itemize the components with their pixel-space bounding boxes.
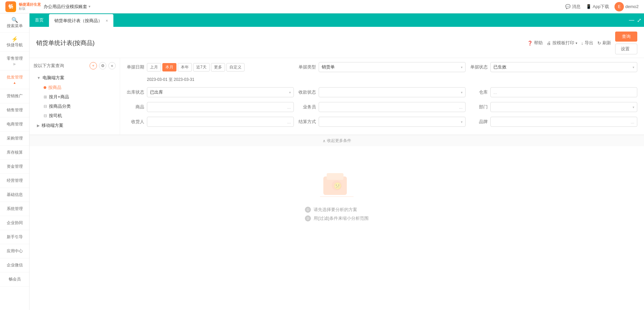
sidebar-item-wechat[interactable]: 企业微信	[0, 258, 29, 272]
doc-status-caret-icon: ▾	[633, 65, 634, 69]
sidebar-item-operations-label: 经营管理	[3, 178, 26, 184]
sidebar-item-purchase[interactable]: 采购管理	[0, 132, 29, 146]
expand-icon: ▼	[37, 76, 41, 80]
sidebar-item-basicinfo[interactable]: 基础信息	[0, 188, 29, 202]
collapse-label: 收起更多条件	[327, 138, 351, 144]
sidebar-item-inventory[interactable]: 库存核算	[0, 146, 29, 160]
date-prev-month-btn[interactable]: 上月	[147, 63, 161, 71]
collapse-panel-button[interactable]: «	[108, 62, 116, 69]
date-curr-year-btn[interactable]: 本年	[178, 63, 192, 71]
date-more-btn[interactable]: 更多	[211, 63, 225, 71]
scheme-item-by-driver[interactable]: ⊟ 按司机	[34, 111, 116, 120]
sidebar-item-appcenter-label: 应用中心	[3, 248, 26, 254]
date-range-value: 2023-03-01 至 2023-03-31	[147, 77, 194, 83]
collapse-bar[interactable]: ∧ 收起更多条件	[30, 135, 644, 146]
setting-scheme-button[interactable]: ⚙	[99, 62, 106, 69]
refresh-icon: ↻	[597, 41, 601, 46]
tip-1-text: 请先选择要分析的方案	[314, 207, 357, 213]
sidebar-item-appcenter[interactable]: 应用中心	[0, 244, 29, 258]
filter-cell-payment-status: 收款状态 ▾	[299, 87, 466, 97]
sidebar-item-wholesale-label: 批发管理	[3, 74, 26, 80]
scheme-tree: ▼ 电脑端方案 按商品 ⊞ 按月+商品 ⊟ 按	[34, 73, 116, 131]
sidebar-item-enterprise-label: 企业协同	[3, 220, 26, 226]
out-status-value: 已出库	[150, 89, 163, 95]
date-curr-month-btn[interactable]: 本月	[162, 63, 176, 71]
main-layout: 🔍 搜索菜单 ⚡ 快捷导航 零售管理 ▶ 批发管理 ▲ 营销推广 销售管理 电商…	[0, 13, 644, 310]
receiver-label: 收货人	[127, 119, 144, 125]
tab-minimize-button[interactable]: —	[629, 17, 634, 23]
message-button[interactable]: 💬 消息	[565, 4, 581, 10]
user-menu[interactable]: E demo2	[614, 2, 639, 11]
sidebar-item-ecommerce[interactable]: 电商管理	[0, 117, 29, 132]
filter-cell-warehouse: 仓库 ...	[470, 87, 637, 97]
workspace-selector[interactable]: 办公用品行业模拟账套 ▾	[44, 4, 91, 10]
scheme-group-mobile[interactable]: ▶ 移动端方案	[34, 120, 116, 131]
add-scheme-button[interactable]: +	[90, 62, 97, 69]
payment-method-select[interactable]: ▾	[319, 117, 466, 127]
sidebar-item-operations[interactable]: 经营管理	[0, 174, 29, 188]
receiver-dots-icon: ...	[287, 119, 291, 124]
chevron-up-icon: ▲	[13, 81, 16, 85]
payment-status-label: 收款状态	[299, 89, 316, 95]
filter-left-title: 按以下方案查询	[34, 63, 64, 69]
sidebar-item-system[interactable]: 系统管理	[0, 202, 29, 216]
chevron-right-icon: ▶	[13, 62, 16, 66]
tab-close-icon[interactable]: ×	[106, 18, 108, 23]
filter-row-1: 单据日期 上月 本月 本年 近7天 更多 自定义	[127, 62, 637, 72]
sidebar-item-finance[interactable]: 资金管理	[0, 160, 29, 174]
topbar: 畅 畅捷通好生意 标版 办公用品行业模拟账套 ▾ 💬 消息 📱 App下载 E …	[0, 0, 644, 13]
payment-method-label: 结算方式	[299, 119, 316, 125]
scheme-group-pc[interactable]: ▼ 电脑端方案	[34, 73, 116, 83]
export-button[interactable]: ↓ 导出	[581, 40, 594, 46]
receiver-input[interactable]: ...	[147, 117, 294, 127]
filter-cell-salesman: 业务员 ...	[299, 102, 466, 112]
scheme-item-by-goods[interactable]: 按商品	[34, 83, 116, 92]
filter-area: 按以下方案查询 + ⚙ « ▼ 电脑端方案	[30, 58, 644, 135]
doc-status-select[interactable]: 已生效 ▾	[490, 62, 637, 72]
doc-type-select[interactable]: 销货单 ▾	[319, 62, 466, 72]
dept-select[interactable]: ▾	[490, 102, 637, 112]
sidebar-item-wholesale[interactable]: 批发管理 ▲	[0, 70, 29, 89]
sidebar-item-newguide[interactable]: 新手引导	[0, 230, 29, 244]
svg-rect-1	[327, 173, 343, 180]
scheme-item-by-month-goods[interactable]: ⊞ 按月+商品	[34, 92, 116, 102]
salesman-input[interactable]: ...	[319, 102, 466, 112]
sidebar-item-marketing[interactable]: 营销推广	[0, 89, 29, 103]
query-button[interactable]: 查询	[615, 32, 637, 42]
payment-status-select[interactable]: ▾	[319, 87, 466, 97]
warehouse-input[interactable]: ...	[490, 87, 637, 97]
setting-button[interactable]: 设置	[615, 44, 637, 54]
filter-row-2: 出库状态 已出库 ▾ 收款状态 ▾	[127, 87, 637, 97]
salesman-dots-icon: ...	[459, 105, 463, 110]
sidebar-item-inventory-label: 库存核算	[3, 150, 26, 155]
sidebar-item-ecommerce-label: 电商管理	[3, 121, 26, 127]
help-button[interactable]: ❓ 帮助	[527, 40, 543, 46]
tab-maximize-button[interactable]: ⤢	[637, 17, 641, 23]
sidebar-item-search[interactable]: 🔍 搜索菜单	[0, 13, 29, 33]
sidebar-item-enterprise[interactable]: 企业协同	[0, 216, 29, 230]
tab-active[interactable]: 销货单统计表（按商品） ×	[49, 14, 113, 28]
scheme-item-by-category[interactable]: ⊟ 按商品分类	[34, 102, 116, 111]
sidebar-item-sales[interactable]: 销售管理	[0, 103, 29, 117]
filter-cell-payment-method: 结算方式 ▾	[299, 117, 466, 127]
print-button[interactable]: 🖨 按模板打印 ▾	[547, 40, 577, 46]
sidebar-item-quicknav[interactable]: ⚡ 快捷导航	[0, 33, 29, 52]
brand-name: 畅捷通好生意	[19, 2, 41, 7]
tip-1-num: ①	[305, 207, 311, 213]
payment-status-caret-icon: ▾	[461, 91, 463, 94]
goods-input[interactable]: ...	[147, 102, 294, 112]
brand-input[interactable]: ...	[490, 117, 637, 127]
date-7days-btn[interactable]: 近7天	[193, 63, 210, 71]
out-status-select[interactable]: 已出库 ▾	[147, 87, 294, 97]
refresh-button[interactable]: ↻ 刷新	[597, 40, 611, 46]
date-custom-btn[interactable]: 自定义	[226, 63, 245, 71]
empty-icon: 😕	[317, 166, 357, 200]
sidebar-item-retail[interactable]: 零售管理 ▶	[0, 52, 29, 70]
sidebar-item-member[interactable]: 畅会员	[0, 272, 29, 287]
tab-home[interactable]: 首页	[30, 13, 49, 27]
tab-actions: — ⤢	[629, 17, 641, 23]
empty-tip-2: ② 用[过滤]条件来缩小分析范围	[305, 215, 368, 221]
app-download-button[interactable]: 📱 App下载	[586, 4, 609, 10]
brand-logo-text: 畅	[8, 4, 13, 10]
tip-2-text: 用[过滤]条件来缩小分析范围	[314, 215, 368, 221]
